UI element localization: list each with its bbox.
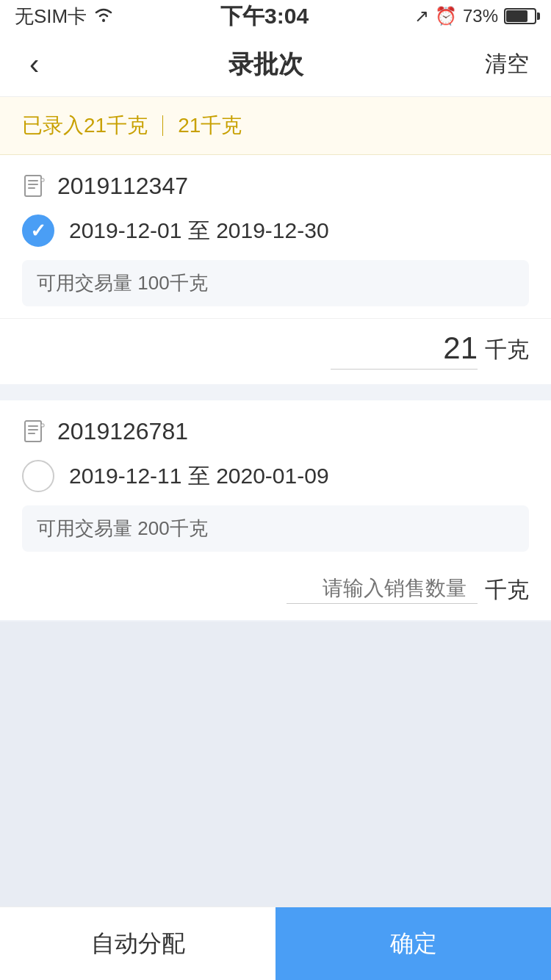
location-icon: ↗	[414, 6, 429, 26]
svg-rect-1	[25, 176, 41, 196]
quantity-value-1: 21	[443, 331, 478, 366]
quantity-unit-2: 千克	[485, 575, 529, 605]
batch-date-1: 2019-12-01 至 2019-12-30	[69, 216, 329, 246]
quantity-input-2[interactable]	[287, 577, 478, 600]
nav-bar: ‹ 录批次 清空	[0, 32, 551, 97]
batch-avail-2: 可用交易量 200千克	[22, 505, 529, 552]
batch-date-2: 2019-12-11 至 2020-01-09	[69, 461, 329, 491]
doc-icon-1	[22, 173, 50, 199]
batch-id-1: 2019112347	[57, 173, 188, 200]
batch-header-2: 2019126781	[0, 400, 551, 454]
batch-row-2[interactable]: 2019-12-11 至 2020-01-09	[0, 454, 551, 498]
status-bar: 无SIM卡 下午3:04 ↗ ⏰ 73%	[0, 0, 551, 32]
batch-card-1: 2019112347 2019-12-01 至 2019-12-30 可用交易量…	[0, 155, 551, 384]
battery-icon	[504, 8, 536, 24]
summary-bar: 已录入21千克 21千克	[0, 97, 551, 155]
svg-rect-7	[28, 425, 38, 427]
svg-rect-4	[28, 187, 35, 189]
batch-avail-1: 可用交易量 100千克	[22, 260, 529, 306]
summary-label: 已录入21千克	[22, 112, 148, 140]
svg-rect-2	[28, 180, 38, 181]
input-quantity-row-2: 千克	[0, 563, 551, 620]
batch-header-1: 2019112347	[0, 155, 551, 209]
quantity-unit-1: 千克	[485, 335, 529, 365]
svg-rect-9	[28, 433, 35, 434]
doc-icon-2	[22, 419, 50, 444]
separator-1	[0, 386, 551, 400]
page-title: 录批次	[228, 48, 303, 82]
gray-area	[0, 621, 551, 930]
svg-rect-10	[41, 424, 44, 427]
status-right: ↗ ⏰ 73%	[414, 6, 536, 26]
summary-value: 21千克	[178, 112, 242, 140]
carrier-text: 无SIM卡	[15, 4, 87, 29]
svg-rect-5	[41, 179, 44, 181]
alarm-icon: ⏰	[435, 6, 457, 26]
confirm-button[interactable]: 确定	[276, 907, 551, 980]
svg-rect-8	[28, 429, 38, 430]
summary-divider	[162, 115, 163, 136]
batch-row-1[interactable]: 2019-12-01 至 2019-12-30	[0, 209, 551, 253]
quantity-input-underline-2	[287, 577, 478, 604]
quantity-underline-1: 21	[331, 331, 478, 370]
svg-point-0	[102, 19, 105, 22]
back-button[interactable]: ‹	[22, 40, 46, 88]
battery-percent: 73%	[463, 6, 498, 26]
quantity-row-1: 21 千克	[0, 318, 551, 384]
batch-id-2: 2019126781	[57, 418, 188, 445]
svg-rect-3	[28, 184, 38, 185]
batch-radio-1[interactable]	[22, 215, 54, 247]
status-left: 无SIM卡	[15, 4, 115, 29]
bottom-buttons: 自动分配 确定	[0, 907, 551, 980]
auto-distribute-button[interactable]: 自动分配	[0, 907, 276, 980]
svg-rect-6	[25, 421, 41, 442]
clear-button[interactable]: 清空	[485, 49, 529, 79]
batch-card-2: 2019126781 2019-12-11 至 2020-01-09 可用交易量…	[0, 400, 551, 620]
status-time: 下午3:04	[220, 1, 309, 32]
wifi-icon	[93, 5, 115, 28]
batch-radio-2[interactable]	[22, 460, 54, 492]
